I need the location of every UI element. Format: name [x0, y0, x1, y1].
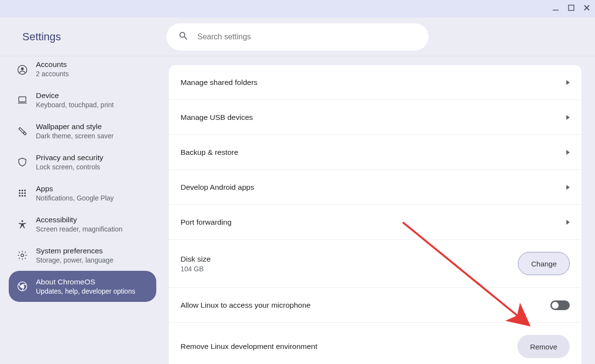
nav-title: Privacy and security: [36, 153, 103, 162]
nav-title: Apps: [36, 184, 114, 193]
svg-point-13: [24, 195, 26, 197]
nav-sub: Notifications, Google Play: [36, 194, 114, 202]
svg-point-8: [19, 192, 21, 194]
sidebar-item-wallpaper-and-style[interactable]: Wallpaper and styleDark theme, screen sa…: [9, 116, 156, 147]
chevron-right-icon: [566, 220, 570, 225]
nav-title: About ChromeOS: [36, 278, 135, 286]
nav-sub: Lock screen, controls: [36, 163, 103, 171]
shield-icon: [17, 156, 28, 168]
row-label: Disk size: [181, 255, 211, 264]
sidebar-item-privacy-and-security[interactable]: Privacy and securityLock screen, control…: [9, 147, 156, 178]
svg-point-15: [21, 254, 24, 257]
row-manage-shared-folders[interactable]: Manage shared folders: [169, 65, 581, 100]
topbar: Settings: [0, 17, 595, 56]
svg-point-9: [21, 192, 23, 194]
row-develop-android-apps[interactable]: Develop Android apps: [169, 170, 581, 205]
accessibility-icon: [17, 218, 28, 230]
app-title: Settings: [22, 31, 61, 43]
chrome-icon: [17, 281, 28, 292]
gear-icon: [17, 249, 28, 261]
row-label: Manage shared folders: [181, 78, 258, 87]
row-disk-size: Disk size104 GBChange: [169, 240, 581, 288]
search-input[interactable]: [198, 33, 417, 41]
sidebar-item-accounts[interactable]: Accounts2 accounts: [9, 56, 156, 84]
svg-rect-1: [569, 5, 574, 11]
chevron-right-icon: [566, 115, 570, 120]
close-icon[interactable]: [583, 4, 590, 13]
row-remove-linux-development-environment: Remove Linux development environmentRemo…: [169, 323, 581, 364]
svg-rect-4: [19, 97, 26, 102]
nav-sub: Keyboard, touchpad, print: [36, 101, 114, 109]
sidebar-item-apps[interactable]: AppsNotifications, Google Play: [9, 178, 156, 209]
row-manage-usb-devices[interactable]: Manage USB devices: [169, 100, 581, 135]
svg-rect-0: [553, 10, 559, 11]
row-backup-restore[interactable]: Backup & restore: [169, 135, 581, 170]
remove-button[interactable]: Remove: [517, 335, 570, 358]
row-label: Port forwarding: [181, 218, 231, 227]
nav-title: Device: [36, 91, 114, 100]
titlebar: [0, 0, 595, 17]
svg-point-7: [24, 190, 26, 192]
nav-sub: 2 accounts: [36, 70, 69, 78]
sidebar-item-system-preferences[interactable]: System preferencesStorage, power, langua…: [9, 240, 156, 271]
row-label: Allow Linux to access your microphone: [181, 301, 311, 310]
chevron-right-icon: [566, 150, 570, 155]
chevron-right-icon: [566, 80, 570, 85]
sidebar: Accounts2 accountsDeviceKeyboard, touchp…: [0, 56, 165, 364]
row-label: Backup & restore: [181, 148, 238, 157]
nav-sub: Updates, help, developer options: [36, 287, 135, 295]
svg-point-3: [21, 67, 24, 70]
svg-point-6: [21, 190, 23, 192]
style-icon: [17, 125, 28, 137]
search-icon: [178, 31, 198, 43]
minimize-icon[interactable]: [552, 4, 559, 13]
svg-point-11: [19, 195, 21, 197]
toggle-switch[interactable]: [550, 300, 570, 310]
row-label: Remove Linux development environment: [181, 342, 317, 351]
nav-sub: Screen reader, magnification: [36, 225, 122, 233]
nav-title: Accessibility: [36, 215, 122, 224]
chevron-right-icon: [566, 185, 570, 190]
row-allow-linux-to-access-your-microphone: Allow Linux to access your microphone: [169, 288, 581, 323]
account-icon: [17, 64, 28, 76]
settings-card: Manage shared foldersManage USB devicesB…: [169, 65, 581, 364]
nav-title: Accounts: [36, 60, 69, 69]
sidebar-item-device[interactable]: DeviceKeyboard, touchpad, print: [9, 84, 156, 116]
row-sub: 104 GB: [181, 265, 211, 273]
row-label: Manage USB devices: [181, 113, 253, 122]
svg-point-5: [19, 190, 21, 192]
sidebar-item-about-chromeos[interactable]: About ChromeOSUpdates, help, developer o…: [9, 271, 156, 302]
sidebar-item-accessibility[interactable]: AccessibilityScreen reader, magnificatio…: [9, 209, 156, 240]
nav-sub: Dark theme, screen saver: [36, 132, 114, 140]
nav-title: System preferences: [36, 247, 114, 255]
nav-sub: Storage, power, language: [36, 256, 114, 264]
nav-title: Wallpaper and style: [36, 122, 114, 131]
row-label: Develop Android apps: [181, 183, 254, 192]
apps-icon: [17, 187, 28, 199]
search-box[interactable]: [166, 23, 429, 50]
laptop-icon: [17, 94, 28, 106]
svg-point-10: [24, 192, 26, 194]
row-port-forwarding[interactable]: Port forwarding: [169, 205, 581, 240]
svg-point-12: [21, 195, 23, 197]
maximize-icon[interactable]: [568, 4, 575, 13]
svg-point-14: [21, 220, 23, 222]
change-button[interactable]: Change: [518, 252, 570, 275]
